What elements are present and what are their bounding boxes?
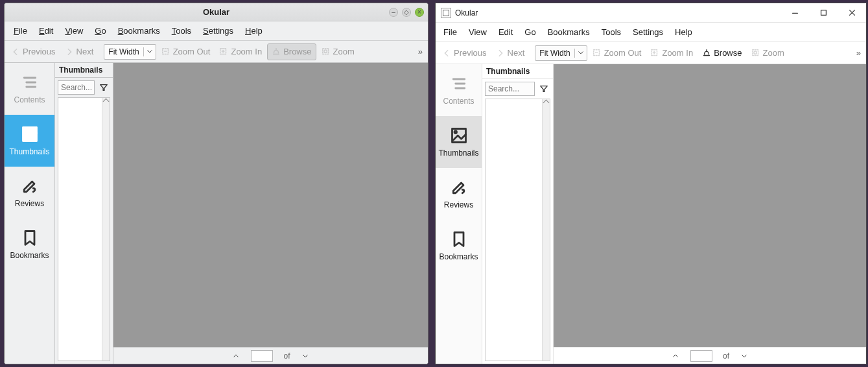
page-down-icon[interactable] xyxy=(740,353,749,359)
sidebar-tabs: Contents Thumbnails Reviews Bookmarks xyxy=(436,64,482,364)
zoom-out-button[interactable]: Zoom Out xyxy=(589,45,646,62)
menu-tools[interactable]: Tools xyxy=(167,24,196,38)
titlebar[interactable]: Okular – ◇ × xyxy=(5,3,428,21)
body: Contents Thumbnails Reviews Bookmarks Th… xyxy=(436,64,866,364)
zoom-in-button[interactable]: Zoom In xyxy=(215,43,266,60)
menu-go[interactable]: Go xyxy=(519,25,541,39)
toolbar: Previous Next Fit Width Zoom Out Zoom In… xyxy=(5,41,428,63)
thumbnails-list[interactable] xyxy=(58,97,110,361)
sidebar-tab-reviews[interactable]: Reviews xyxy=(5,167,54,219)
scrollbar[interactable] xyxy=(102,98,110,361)
toolbar-overflow[interactable]: » xyxy=(416,47,425,56)
of-label: of xyxy=(283,351,290,361)
search-input[interactable] xyxy=(58,80,95,95)
sidebar-tab-contents[interactable]: Contents xyxy=(436,64,482,116)
thumbnails-list[interactable] xyxy=(485,99,550,361)
window-title: Okular xyxy=(455,8,478,18)
window-controls: – ◇ × xyxy=(389,8,424,17)
main-view: of xyxy=(113,63,428,364)
page-input[interactable] xyxy=(690,350,712,362)
filter-button[interactable] xyxy=(97,80,110,95)
main-view: of xyxy=(554,64,866,364)
browse-button[interactable]: Browse xyxy=(698,45,745,62)
maximize-button[interactable] xyxy=(809,3,838,22)
menu-settings[interactable]: Settings xyxy=(198,24,239,38)
menu-help[interactable]: Help xyxy=(240,24,268,38)
menu-edit[interactable]: Edit xyxy=(493,25,518,39)
sidebar-tab-bookmarks[interactable]: Bookmarks xyxy=(5,219,54,270)
browse-button[interactable]: Browse xyxy=(267,43,316,60)
menu-file[interactable]: File xyxy=(8,24,32,38)
sidebar-tabs: Contents Thumbnails Reviews Bookmarks xyxy=(5,63,55,364)
menubar: File View Edit Go Bookmarks Tools Settin… xyxy=(436,23,866,42)
zoom-select[interactable]: Fit Width xyxy=(104,44,156,60)
menu-view[interactable]: View xyxy=(463,25,492,39)
zoom-tool-button[interactable]: Zoom xyxy=(318,43,358,60)
thumbnails-header: Thumbnails xyxy=(482,64,553,79)
thumbnails-header: Thumbnails xyxy=(55,63,113,78)
menu-edit[interactable]: Edit xyxy=(34,24,58,38)
thumbnails-panel: Thumbnails xyxy=(55,63,113,364)
close-button[interactable] xyxy=(838,3,866,22)
page-down-icon[interactable] xyxy=(301,353,310,359)
window-windows: Okular File View Edit Go Bookmarks Tools… xyxy=(435,3,867,364)
next-button[interactable]: Next xyxy=(492,45,529,62)
close-button[interactable]: × xyxy=(415,8,424,17)
previous-button[interactable]: Previous xyxy=(438,45,491,62)
sidebar-tab-contents[interactable]: Contents xyxy=(5,63,54,115)
window-controls xyxy=(780,3,866,22)
search-input[interactable] xyxy=(485,82,535,96)
menu-file[interactable]: File xyxy=(438,25,462,39)
minimize-button[interactable] xyxy=(780,3,809,22)
titlebar[interactable]: Okular xyxy=(436,3,866,23)
menu-view[interactable]: View xyxy=(60,24,88,38)
document-canvas[interactable] xyxy=(113,63,428,347)
zoom-in-button[interactable]: Zoom In xyxy=(646,45,697,62)
sidebar-tab-thumbnails[interactable]: Thumbnails xyxy=(5,115,54,167)
page-up-icon[interactable] xyxy=(671,353,680,359)
menu-bookmarks[interactable]: Bookmarks xyxy=(113,24,165,38)
sidebar-tab-reviews[interactable]: Reviews xyxy=(436,168,482,220)
next-button[interactable]: Next xyxy=(61,43,98,60)
page-input[interactable] xyxy=(251,350,273,362)
menu-help[interactable]: Help xyxy=(670,25,698,39)
previous-button[interactable]: Previous xyxy=(7,43,60,60)
thumbnails-panel: Thumbnails xyxy=(482,64,554,364)
menubar: File Edit View Go Bookmarks Tools Settin… xyxy=(5,21,428,41)
zoom-select[interactable]: Fit Width xyxy=(535,45,587,61)
page-footer: of xyxy=(554,347,866,364)
menu-bookmarks[interactable]: Bookmarks xyxy=(543,25,595,39)
minimize-button[interactable]: – xyxy=(389,8,398,17)
zoom-tool-button[interactable]: Zoom xyxy=(747,45,788,62)
menu-tools[interactable]: Tools xyxy=(596,25,626,39)
body: Contents Thumbnails Reviews Bookmarks Th… xyxy=(5,63,428,364)
toolbar: Previous Next Fit Width Zoom Out Zoom In… xyxy=(436,42,866,64)
document-canvas[interactable] xyxy=(554,64,866,347)
toolbar-overflow[interactable]: » xyxy=(854,48,863,58)
page-up-icon[interactable] xyxy=(231,353,240,359)
menu-settings[interactable]: Settings xyxy=(628,25,668,39)
scrollbar[interactable] xyxy=(542,99,550,361)
window-linux: Okular – ◇ × File Edit View Go Bookmarks… xyxy=(4,3,428,364)
page-footer: of xyxy=(113,347,428,364)
filter-button[interactable] xyxy=(537,82,550,96)
menu-go[interactable]: Go xyxy=(89,24,111,38)
window-title: Okular xyxy=(203,7,229,17)
sidebar-tab-bookmarks[interactable]: Bookmarks xyxy=(436,220,482,272)
maximize-button[interactable]: ◇ xyxy=(402,8,411,17)
of-label: of xyxy=(723,351,729,361)
app-icon xyxy=(441,8,451,18)
sidebar-tab-thumbnails[interactable]: Thumbnails xyxy=(436,116,482,168)
zoom-out-button[interactable]: Zoom Out xyxy=(158,43,215,60)
